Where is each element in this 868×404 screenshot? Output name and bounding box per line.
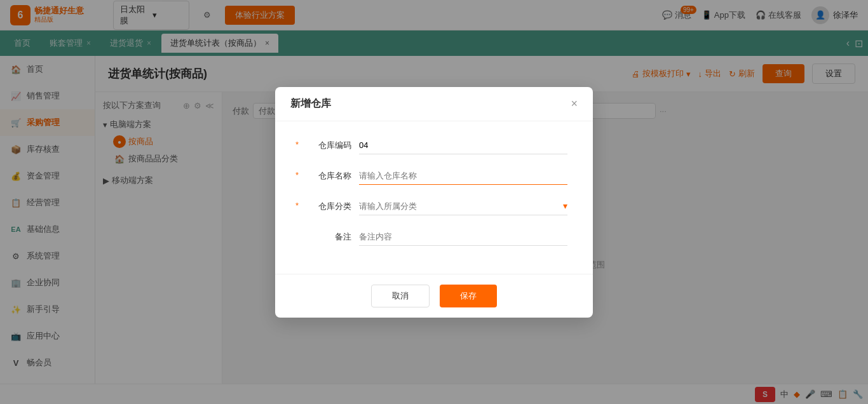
form-row-code: 仓库编码 (301, 137, 567, 154)
warehouse-name-input[interactable] (359, 167, 567, 185)
cancel-button[interactable]: 取消 (371, 285, 430, 307)
form-row-name: 仓库名称 (301, 167, 567, 185)
form-label-category: 仓库分类 (301, 201, 351, 212)
modal-header: 新增仓库 × (275, 87, 593, 121)
warehouse-category-wrap: ▾ (359, 198, 567, 215)
new-warehouse-modal: 新增仓库 × 仓库编码 仓库名称 仓库分类 ▾ (275, 87, 593, 318)
modal-close-button[interactable]: × (571, 97, 578, 111)
form-label-remark: 备注 (301, 231, 351, 243)
modal-title: 新增仓库 (290, 97, 331, 111)
category-dropdown-icon[interactable]: ▾ (563, 201, 567, 211)
modal-overlay: 新增仓库 × 仓库编码 仓库名称 仓库分类 ▾ (0, 0, 868, 404)
warehouse-code-input[interactable] (359, 137, 567, 154)
warehouse-remark-input[interactable] (359, 228, 567, 246)
form-row-category: 仓库分类 ▾ (301, 198, 567, 215)
form-label-name: 仓库名称 (301, 170, 351, 182)
warehouse-category-input[interactable] (359, 198, 563, 215)
modal-body: 仓库编码 仓库名称 仓库分类 ▾ 备注 (275, 121, 593, 274)
modal-footer: 取消 保存 (275, 274, 593, 318)
form-row-remark: 备注 (301, 228, 567, 246)
save-button[interactable]: 保存 (440, 285, 497, 307)
form-label-code: 仓库编码 (301, 140, 351, 151)
